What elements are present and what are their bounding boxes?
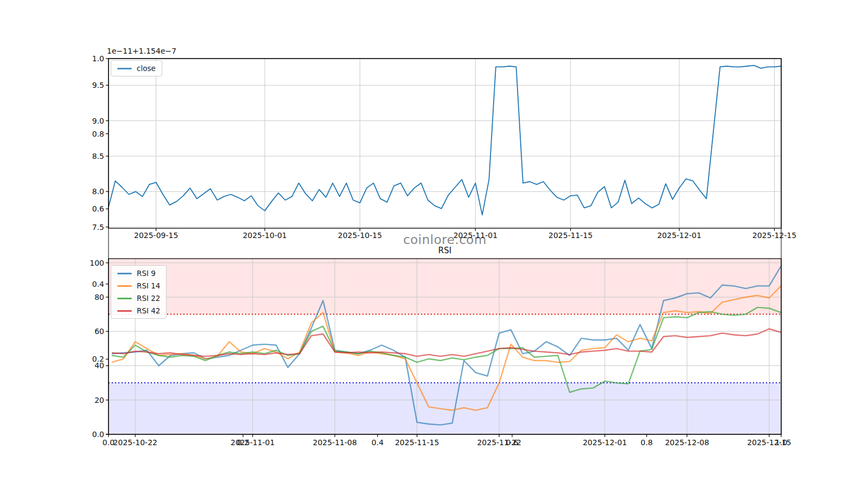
y-tick-label: 40	[73, 361, 104, 370]
close-line-swatch	[117, 68, 132, 69]
rsi9-line-swatch	[117, 273, 132, 274]
legend-label-rsi14: RSI 14	[137, 281, 160, 290]
legend-item-rsi9: RSI 9	[117, 269, 160, 278]
legend-rsi: RSI 9 RSI 14 RSI 22 RSI 42	[111, 265, 167, 319]
y-tick-label: 8.5	[73, 151, 104, 161]
x-tick-label: 2025-11-01	[443, 230, 508, 240]
x-tick-label: 2025-12-15	[742, 230, 807, 240]
legend-item-rsi22: RSI 22	[117, 294, 160, 303]
rsi14-line-swatch	[117, 285, 132, 287]
x-tick-label: 2025-10-22	[103, 438, 168, 447]
legend-item-close: close	[117, 64, 156, 73]
legend-label-close: close	[137, 64, 156, 73]
y-tick-label: 80	[73, 292, 104, 302]
x-tick-label: 2025-09-15	[124, 230, 189, 240]
legend-item-rsi14: RSI 14	[117, 281, 160, 290]
y-tick-label: 8.0	[73, 187, 104, 196]
legend-item-rsi42: RSI 42	[117, 306, 160, 315]
figure: 1e−11+1.154e−7 coinlore.com RSI close RS…	[0, 0, 868, 488]
legend-label-rsi22: RSI 22	[137, 294, 160, 303]
x-tick-label: 2025-11-22	[467, 438, 532, 447]
legend-close: close	[111, 60, 162, 76]
y-tick-label: 7.5	[73, 222, 104, 232]
x-tick-label: 2025-11-08	[302, 438, 367, 447]
y-tick-label: 20	[73, 395, 104, 405]
x-tick-label: 2025-10-15	[327, 230, 392, 240]
top-axis-offset-label: 1e−11+1.154e−7	[107, 47, 176, 55]
legend-label-rsi42: RSI 42	[137, 306, 160, 315]
hidden-y-tick-label: 0.8	[73, 129, 104, 139]
y-tick-label: 9.0	[73, 116, 104, 126]
y-tick-label: 60	[73, 326, 104, 336]
x-tick-label: 2025-11-01	[220, 438, 285, 447]
legend-label-rsi9: RSI 9	[137, 269, 156, 278]
hidden-y-tick-label: 0.6	[73, 204, 104, 214]
x-tick-label: 2025-12-01	[647, 230, 712, 240]
x-tick-label: 2025-10-01	[232, 230, 297, 240]
x-tick-label: 2025-11-15	[538, 230, 603, 240]
x-tick-label: 2025-12-01	[572, 438, 637, 447]
hidden-y-tick-label: 0.4	[73, 279, 104, 289]
x-tick-label: 2025-12-08	[654, 438, 719, 447]
rsi42-line-swatch	[117, 310, 132, 312]
y-tick-label: 9.5	[73, 80, 104, 90]
x-tick-label: 2025-12-15	[737, 438, 802, 447]
rsi22-line-swatch	[117, 298, 132, 299]
rsi-panel-title: RSI	[108, 246, 781, 255]
y-tick-label: 100	[73, 258, 104, 268]
x-tick-label: 2025-11-15	[385, 438, 450, 447]
hidden-y-tick-label: 1.0	[73, 54, 104, 63]
